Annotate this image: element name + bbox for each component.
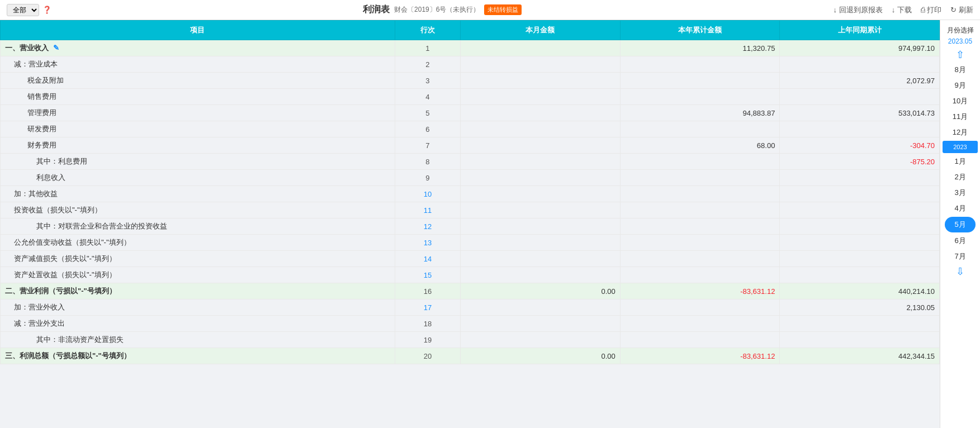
- month-nav-down[interactable]: ⇩: [955, 264, 965, 279]
- row-month-2: [461, 56, 621, 73]
- row-ytd-18: [620, 316, 780, 332]
- row-prev-13: [780, 235, 940, 251]
- edit-icon-1[interactable]: ✎: [51, 44, 59, 52]
- row-month-12: [461, 218, 621, 235]
- row-num-17[interactable]: 17: [395, 299, 461, 316]
- month-item[interactable]: 3月: [940, 185, 980, 201]
- row-name-19: 其中：非流动资产处置损失: [1, 332, 395, 348]
- month-item[interactable]: 9月: [940, 78, 980, 93]
- month-item[interactable]: 4月: [940, 201, 980, 216]
- row-ytd-19: [620, 332, 780, 348]
- row-ytd-9: [620, 170, 780, 186]
- row-num-16: 16: [395, 283, 461, 299]
- page-subtitle: 财会〔2019〕6号（未执行）: [394, 5, 480, 15]
- row-prev-4: [780, 89, 940, 105]
- month-item[interactable]: 10月: [940, 93, 980, 109]
- row-month-6: [461, 121, 621, 137]
- top-actions: ↓ 回退到原报表 ↓ 下载 ⎙ 打印 ↻ 刷新: [834, 5, 974, 15]
- top-bar: 全部 ❓ 利润表 财会〔2019〕6号（未执行） 未结转损益 ↓ 回退到原报表 …: [0, 0, 980, 20]
- row-num-14[interactable]: 14: [395, 251, 461, 267]
- row-num-3: 3: [395, 73, 461, 89]
- row-prev-5: 533,014.73: [780, 105, 940, 121]
- row-num-12[interactable]: 12: [395, 218, 461, 235]
- side-panel-title: 月份选择: [947, 22, 974, 37]
- row-ytd-8: [620, 154, 780, 170]
- month-item[interactable]: 12月: [940, 125, 980, 140]
- row-name-17: 加：营业外收入: [1, 299, 395, 316]
- main-table-area: 项目 行次 本月金额 本年累计金额 上年同期累计 一、营业收入 ✎111,320…: [0, 20, 940, 428]
- month-item[interactable]: 8月: [940, 62, 980, 78]
- back-button[interactable]: ↓ 回退到原报表: [834, 5, 883, 15]
- row-num-13[interactable]: 13: [395, 235, 461, 251]
- row-prev-14: [780, 251, 940, 267]
- download-button[interactable]: ↓ 下载: [892, 5, 912, 15]
- row-prev-15: [780, 267, 940, 283]
- month-item[interactable]: 6月: [940, 233, 980, 249]
- top-left: 全部 ❓: [7, 4, 51, 16]
- col-header-ytd: 本年累计金额: [620, 21, 780, 40]
- row-name-3: 税金及附加: [1, 73, 395, 89]
- row-ytd-6: [620, 121, 780, 137]
- row-ytd-1: 11,320.75: [620, 40, 780, 56]
- page-title: 利润表: [363, 4, 390, 16]
- side-panel: 月份选择 2023.05 ⇧ 8月9月10月11月12月20231月2月3月4月…: [940, 20, 980, 428]
- row-month-9: [461, 170, 621, 186]
- row-name-1: 一、营业收入 ✎: [1, 40, 395, 56]
- row-ytd-3: [620, 73, 780, 89]
- row-name-5: 管理费用: [1, 105, 395, 121]
- row-month-7: [461, 137, 621, 154]
- month-item[interactable]: 2023: [943, 141, 978, 153]
- row-prev-11: [780, 202, 940, 218]
- row-ytd-5: 94,883.87: [620, 105, 780, 121]
- row-num-2: 2: [395, 56, 461, 73]
- row-prev-2: [780, 56, 940, 73]
- row-num-15[interactable]: 15: [395, 267, 461, 283]
- print-button[interactable]: ⎙ 打印: [921, 5, 942, 15]
- row-name-13: 公允价值变动收益（损失以"-"填列）: [1, 235, 395, 251]
- col-header-month: 本月金额: [461, 21, 621, 40]
- row-name-2: 减：营业成本: [1, 56, 395, 73]
- row-prev-16: 440,214.10: [780, 283, 940, 299]
- row-num-20: 20: [395, 348, 461, 364]
- month-item[interactable]: 7月: [940, 249, 980, 264]
- row-month-14: [461, 251, 621, 267]
- row-ytd-13: [620, 235, 780, 251]
- row-prev-12: [780, 218, 940, 235]
- row-prev-10: [780, 186, 940, 202]
- row-month-8: [461, 154, 621, 170]
- refresh-button[interactable]: ↻ 刷新: [950, 5, 973, 15]
- row-name-20: 三、利润总额（亏损总额以"-"号填列）: [1, 348, 395, 364]
- row-prev-1: 974,997.10: [780, 40, 940, 56]
- row-num-10[interactable]: 10: [395, 186, 461, 202]
- row-name-14: 资产减值损失（损失以"-"填列）: [1, 251, 395, 267]
- row-prev-8: -875.20: [780, 154, 940, 170]
- row-prev-18: [780, 316, 940, 332]
- page-wrapper: 全部 ❓ 利润表 财会〔2019〕6号（未执行） 未结转损益 ↓ 回退到原报表 …: [0, 0, 980, 428]
- row-month-4: [461, 89, 621, 105]
- scope-dropdown[interactable]: 全部: [7, 4, 39, 16]
- row-ytd-10: [620, 186, 780, 202]
- row-month-20: 0.00: [461, 348, 621, 364]
- row-month-10: [461, 186, 621, 202]
- month-item[interactable]: 2月: [940, 169, 980, 185]
- row-num-5: 5: [395, 105, 461, 121]
- row-name-8: 其中：利息费用: [1, 154, 395, 170]
- row-prev-20: 442,344.15: [780, 348, 940, 364]
- month-item[interactable]: 1月: [940, 154, 980, 169]
- row-ytd-15: [620, 267, 780, 283]
- row-ytd-20: -83,631.12: [620, 348, 780, 364]
- month-nav-up[interactable]: ⇧: [955, 47, 965, 62]
- row-num-11[interactable]: 11: [395, 202, 461, 218]
- help-icon[interactable]: ❓: [42, 6, 51, 14]
- row-ytd-17: [620, 299, 780, 316]
- month-item[interactable]: 11月: [940, 109, 980, 125]
- row-month-15: [461, 267, 621, 283]
- row-month-16: 0.00: [461, 283, 621, 299]
- row-prev-6: [780, 121, 940, 137]
- row-name-10: 加：其他收益: [1, 186, 395, 202]
- row-name-18: 减：营业外支出: [1, 316, 395, 332]
- row-name-16: 二、营业利润（亏损以"-"号填列）: [1, 283, 395, 299]
- month-item[interactable]: 5月: [945, 217, 976, 232]
- col-header-prev: 上年同期累计: [780, 21, 940, 40]
- row-num-19: 19: [395, 332, 461, 348]
